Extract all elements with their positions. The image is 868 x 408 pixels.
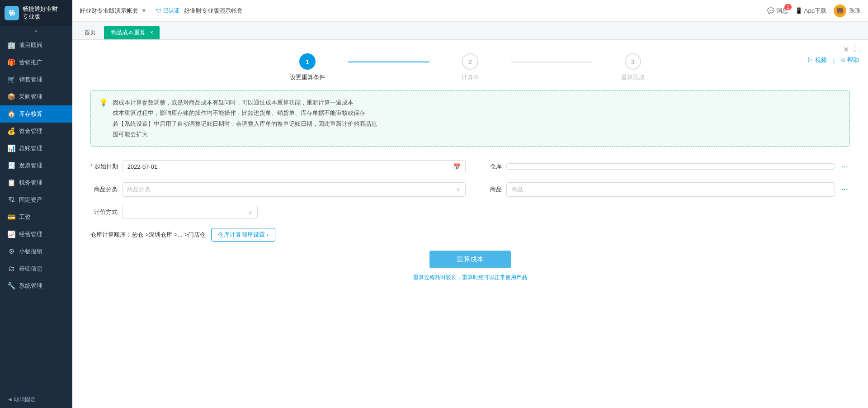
user-name: 珠珠 xyxy=(849,7,861,15)
sidebar-item-purchase[interactable]: 📦采购管理 xyxy=(0,88,72,105)
warehouse-seq-btn-label: 仓库计算顺序设置 xyxy=(218,231,265,239)
account-name: 好业财专业版演示帐套 xyxy=(80,7,138,15)
user-avatar[interactable]: 🐻 珠珠 xyxy=(834,5,861,17)
tab-active[interactable]: 商品成本重算 × xyxy=(104,26,160,39)
info-line-4: 围可能会扩大 xyxy=(113,129,377,139)
purchase-icon: 📦 xyxy=(7,93,15,101)
message-badge: 1 xyxy=(784,4,792,10)
calendar-icon[interactable]: 📅 xyxy=(453,163,461,170)
sidebar-item-finance[interactable]: 💰资金管理 xyxy=(0,123,72,140)
shield-icon: 🛡 xyxy=(156,8,161,14)
sidebar-label-fixed_asset: 固定资产 xyxy=(19,196,42,204)
product-input[interactable]: 商品 xyxy=(506,182,835,197)
sidebar-item-basic[interactable]: 🗂基础信息 xyxy=(0,260,72,277)
price-method-select[interactable]: ∨ xyxy=(122,206,258,219)
product-group: 商品 商品 ··· xyxy=(475,182,850,197)
stepper-container: 1 设置重算条件 2 计算中 3 重算完成 xyxy=(72,40,868,90)
step-2: 2 计算中 xyxy=(429,53,511,81)
account-selector[interactable]: 好业财专业版演示帐套 ▼ xyxy=(80,7,147,15)
logo-subtitle: 专业版 xyxy=(23,13,58,21)
sales-icon: 🛒 xyxy=(7,76,15,84)
step-3-circle: 3 xyxy=(625,53,641,70)
sidebar-item-project[interactable]: 🏢项目顾问 xyxy=(0,37,72,54)
sidebar-unpin[interactable]: ◄ 取消固定 xyxy=(0,391,72,408)
sidebar-label-tax: 税务管理 xyxy=(19,179,42,187)
info-icon: 💡 xyxy=(99,98,108,140)
sidebar-item-sales[interactable]: 🛒销售管理 xyxy=(0,71,72,88)
info-line-2: 成本重算过程中，影响库存账的操作均不能操作，比如进货单、销货单、库存单据不能审核… xyxy=(113,108,377,118)
sidebar-label-finance: 资金管理 xyxy=(19,127,42,135)
message-button[interactable]: 💬 消息 1 xyxy=(767,7,788,15)
start-date-input-wrapper[interactable]: 📅 xyxy=(123,160,466,173)
topbar-right: 💬 消息 1 📱 App下载 🐻 珠珠 xyxy=(767,5,861,17)
sidebar-item-operations[interactable]: 📈经营管理 xyxy=(0,226,72,243)
help-divider: | xyxy=(833,57,835,64)
category-select[interactable]: 商品分类 ∨ xyxy=(122,182,466,197)
sidebar-item-invoice[interactable]: 🧾发票管理 xyxy=(0,157,72,174)
price-method-group: 计价方式 ∨ xyxy=(90,206,466,219)
tab-active-label: 商品成本重算 xyxy=(110,29,146,36)
warehouse-seq-btn[interactable]: 仓库计算顺序设置 › xyxy=(211,228,275,242)
sidebar-item-system[interactable]: 🔧系统管理 xyxy=(0,277,72,294)
marketing-icon: 🎁 xyxy=(7,58,15,66)
step-2-label: 计算中 xyxy=(462,73,479,81)
sidebar-item-salary[interactable]: 💳工资 xyxy=(0,209,72,226)
tabbar: 首页 商品成本重算 × xyxy=(72,22,868,40)
sidebar-logo: 畅 畅捷通好业财 专业版 xyxy=(0,0,72,26)
sidebar-label-accounting: 总账管理 xyxy=(19,144,42,152)
company-name: 好业财专业版演示帐套 xyxy=(184,7,243,15)
invoice-icon: 🧾 xyxy=(7,161,15,170)
salary-icon: 💳 xyxy=(7,213,15,221)
app-download-button[interactable]: 📱 App下载 xyxy=(795,7,826,15)
close-button[interactable]: ✕ xyxy=(843,45,849,54)
product-more-btn[interactable]: ··· xyxy=(840,185,850,194)
form-area: 起始日期 📅 仓库 ··· 商品分类 商品分类 xyxy=(72,156,868,290)
recalc-hint: 重算过程耗时较长，重算时您可以正常使用产品 xyxy=(413,274,527,281)
start-date-input[interactable] xyxy=(127,163,453,170)
accounting-icon: 📊 xyxy=(7,144,15,152)
logo-text: 畅捷通好业财 专业版 xyxy=(23,5,58,21)
step-1: 1 设置重算条件 xyxy=(267,53,348,81)
sidebar-item-inventory[interactable]: 🏠库存核算 xyxy=(0,105,72,123)
sidebar-label-inventory: 库存核算 xyxy=(19,110,42,118)
warehouse-more-btn[interactable]: ··· xyxy=(840,162,850,171)
logo-title: 畅捷通好业财 xyxy=(23,5,58,13)
info-line-3: 若【系统设置】中启用了自动调整记账日期时，会调整入库单的整单记账日期，因此重新计… xyxy=(113,119,377,129)
tab-home[interactable]: 首页 xyxy=(78,26,102,39)
tax-icon: 📋 xyxy=(7,179,15,187)
recalc-button[interactable]: 重算成本 xyxy=(429,251,511,268)
step-3-label: 重算完成 xyxy=(621,73,645,81)
app-download-label: App下载 xyxy=(804,7,826,15)
sidebar-label-basic: 基础信息 xyxy=(19,265,42,273)
price-method-chevron-icon: ∨ xyxy=(248,209,253,216)
form-row-1: 起始日期 📅 仓库 ··· xyxy=(90,160,850,173)
account-chevron-icon: ▼ xyxy=(141,7,147,14)
warehouse-seq-chevron-icon: › xyxy=(267,231,269,238)
help-link[interactable]: ⊙ 帮助 xyxy=(841,56,859,64)
info-line-1: 因成本计算参数调整，或是对商品成本有疑问时，可以通过成本重算功能，重新计算一遍成… xyxy=(113,97,377,108)
sidebar-item-expense[interactable]: ⚙小畅报销 xyxy=(0,243,72,260)
fixed_asset-icon: 🏗 xyxy=(7,196,15,204)
sidebar-label-project: 项目顾问 xyxy=(19,41,42,49)
product-label: 商品 xyxy=(475,185,502,194)
verified-label: 已认证 xyxy=(163,7,179,14)
phone-icon: 📱 xyxy=(795,7,802,14)
scroll-up-indicator: ▲ xyxy=(0,26,72,35)
expand-button[interactable]: ⛶ xyxy=(854,45,861,54)
category-label: 商品分类 xyxy=(90,185,118,194)
step-line-2 xyxy=(511,62,592,62)
help-video-link[interactable]: ▷ 视频 xyxy=(807,56,827,64)
tab-close-button[interactable]: × xyxy=(150,29,153,36)
warehouse-group: 仓库 ··· xyxy=(475,162,850,171)
expense-icon: ⚙ xyxy=(7,247,15,256)
sidebar-label-expense: 小畅报销 xyxy=(19,247,42,256)
sidebar-label-system: 系统管理 xyxy=(19,282,42,290)
warehouse-input[interactable] xyxy=(506,163,835,170)
logo-icon: 畅 xyxy=(5,6,19,20)
sidebar-item-marketing[interactable]: 🎁营销推广 xyxy=(0,54,72,71)
form-row-2: 商品分类 商品分类 ∨ 商品 商品 ··· xyxy=(90,182,850,197)
sidebar-item-fixed_asset[interactable]: 🏗固定资产 xyxy=(0,191,72,209)
finance-icon: 💰 xyxy=(7,127,15,135)
sidebar-item-accounting[interactable]: 📊总账管理 xyxy=(0,140,72,157)
sidebar-item-tax[interactable]: 📋税务管理 xyxy=(0,174,72,191)
